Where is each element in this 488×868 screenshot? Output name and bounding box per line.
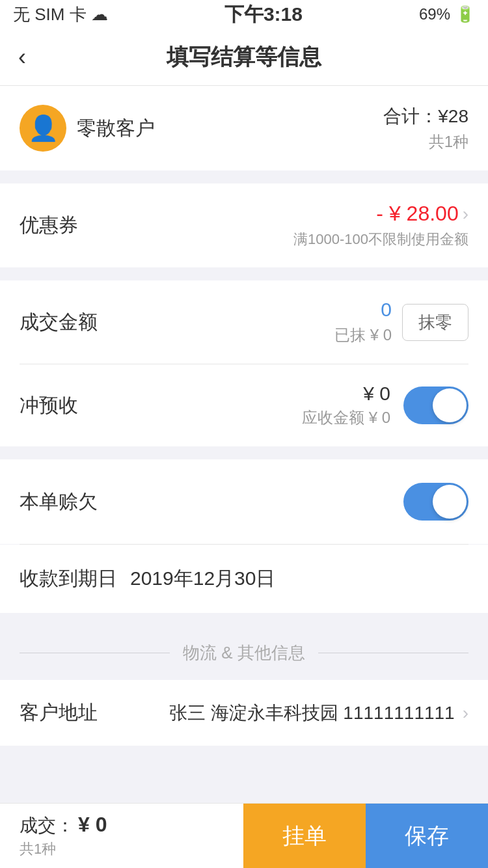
address-value: 张三 海淀永丰科技园 11111111111 [169, 701, 455, 726]
customer-row: 👤 零散客户 合计：¥28 共1种 [0, 86, 488, 170]
coupon-label: 优惠券 [20, 212, 78, 239]
toggle-knob [433, 388, 467, 422]
battery-icon: 🔋 [455, 5, 475, 23]
customer-count: 共1种 [383, 131, 468, 152]
transaction-row: 成交金额 0 已抹 ¥ 0 抹零 [0, 280, 488, 364]
nav-bar: ‹ 填写结算等信息 [0, 29, 488, 86]
header-line-right [318, 653, 468, 653]
avatar: 👤 [20, 105, 66, 152]
bottom-summary: 成交： ¥ 0 共1种 [0, 804, 243, 868]
customer-name: 零散客户 [77, 115, 155, 142]
transaction-sub: 已抹 ¥ 0 [334, 325, 392, 346]
hang-button[interactable]: 挂单 [243, 804, 366, 868]
duedate-value: 2019年12月30日 [130, 565, 275, 592]
chong-toggle[interactable] [403, 387, 468, 424]
chong-label: 冲预收 [20, 392, 78, 419]
chong-row: 冲预收 ¥ 0 应收金额 ¥ 0 [0, 364, 488, 446]
header-line-left [20, 653, 170, 653]
bottom-summary-count: 共1种 [20, 839, 224, 859]
duedate-label: 收款到期日 [20, 565, 117, 592]
sheqian-toggle-knob [433, 485, 467, 519]
separator-1 [0, 170, 488, 183]
chevron-icon: › [463, 204, 468, 224]
bottom-bar: 成交： ¥ 0 共1种 挂单 保存 [0, 803, 488, 868]
customer-summary: 合计：¥28 共1种 [383, 104, 468, 152]
transaction-value: 0 [381, 299, 392, 320]
sheqian-toggle[interactable] [403, 483, 468, 521]
status-right: 69% 🔋 [419, 5, 475, 23]
save-button[interactable]: 保存 [366, 804, 488, 868]
customer-info: 👤 零散客户 [20, 105, 155, 152]
sheqian-row: 本单赊欠 [0, 459, 488, 544]
avatar-icon: 👤 [28, 114, 59, 142]
customer-card: 👤 零散客户 合计：¥28 共1种 [0, 86, 488, 170]
address-row[interactable]: 客户地址 张三 海淀永丰科技园 11111111111 › [0, 680, 488, 746]
battery-indicator: 69% [419, 5, 450, 23]
bottom-summary-title: 成交： [20, 813, 74, 838]
coupon-row[interactable]: 优惠券 - ¥ 28.00 › 满1000-100不限制使用金额 [0, 183, 488, 267]
logistics-header: 物流 & 其他信息 [0, 626, 488, 680]
chong-right: ¥ 0 应收金额 ¥ 0 [302, 383, 468, 428]
transaction-label: 成交金额 [20, 309, 98, 336]
coupon-card[interactable]: 优惠券 - ¥ 28.00 › 满1000-100不限制使用金额 [0, 183, 488, 267]
status-time: 下午3:18 [224, 1, 303, 28]
coupon-amount: - ¥ 28.00 [376, 202, 458, 226]
sim-status: 无 SIM 卡 ☁ [13, 3, 108, 26]
bottom-summary-amount: ¥ 0 [78, 813, 107, 837]
transaction-right: 0 已抹 ¥ 0 抹零 [334, 299, 468, 346]
chong-value-col: ¥ 0 应收金额 ¥ 0 [302, 383, 390, 428]
chong-sub: 应收金额 ¥ 0 [302, 407, 390, 428]
moling-button[interactable]: 抹零 [402, 304, 468, 341]
separator-4 [0, 613, 488, 626]
coupon-right: - ¥ 28.00 › 满1000-100不限制使用金额 [293, 202, 468, 249]
chong-value: ¥ 0 [302, 383, 390, 405]
coupon-desc: 满1000-100不限制使用金额 [293, 230, 468, 249]
status-left: 无 SIM 卡 ☁ [13, 3, 108, 26]
customer-total: 合计：¥28 [383, 104, 468, 129]
separator-2 [0, 267, 488, 280]
status-bar: 无 SIM 卡 ☁ 下午3:18 69% 🔋 [0, 0, 488, 29]
duedate-row: 收款到期日 2019年12月30日 [0, 545, 488, 613]
logistics-label: 物流 & 其他信息 [183, 642, 305, 664]
address-label: 客户地址 [20, 699, 98, 726]
back-button[interactable]: ‹ [18, 44, 26, 71]
sheqian-label: 本单赊欠 [20, 489, 98, 515]
page-title: 填写结算等信息 [167, 42, 321, 72]
address-chevron-icon: › [463, 703, 468, 724]
address-right: 张三 海淀永丰科技园 11111111111 › [169, 701, 468, 726]
separator-3 [0, 446, 488, 459]
transaction-value-col: 0 已抹 ¥ 0 [334, 299, 392, 346]
form-section: 成交金额 0 已抹 ¥ 0 抹零 冲预收 ¥ 0 应收金额 ¥ 0 [0, 280, 488, 446]
